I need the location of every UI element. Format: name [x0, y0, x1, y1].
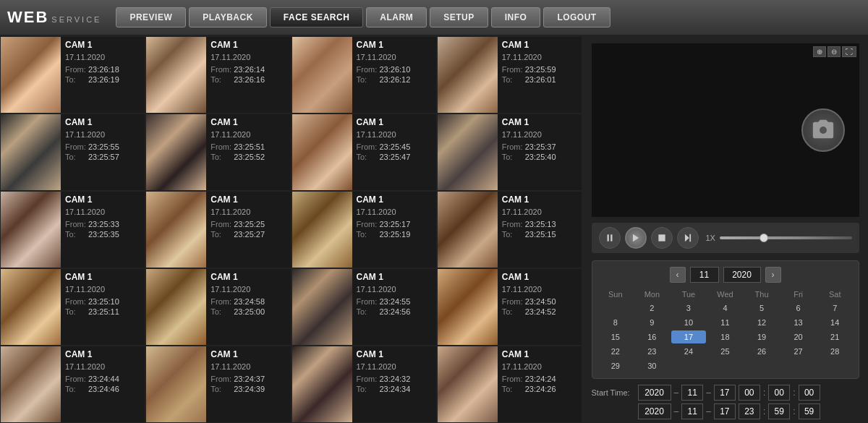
face-from-row: From: 23:24:24 [502, 375, 556, 383]
face-item[interactable]: CAM 1 17.11.2020 From: 23:25:17 To: 23:2… [292, 191, 437, 268]
fullscreen-button[interactable]: ⛶ [842, 46, 856, 57]
pause-button[interactable] [599, 227, 621, 249]
end-day-input[interactable] [714, 403, 736, 419]
calendar-day[interactable]: 2 [634, 302, 670, 315]
calendar-day[interactable]: 25 [707, 345, 743, 358]
face-item[interactable]: CAM 1 17.11.2020 From: 23:25:33 To: 23:2… [0, 191, 145, 268]
face-item[interactable]: CAM 1 17.11.2020 From: 23:25:25 To: 23:2… [145, 191, 291, 268]
calendar-day[interactable]: 10 [671, 316, 707, 329]
end-month-input[interactable] [681, 403, 703, 419]
zoom-in-button[interactable]: ⊕ [813, 46, 826, 57]
calendar-day[interactable]: 14 [817, 316, 853, 329]
face-item[interactable]: CAM 1 17.11.2020 From: 23:24:32 To: 23:2… [292, 346, 437, 423]
nav-tab-face-search[interactable]: FACE SEARCH [270, 7, 364, 27]
start-month-input[interactable] [681, 385, 703, 401]
next-button[interactable] [677, 227, 699, 249]
snapshot-button[interactable] [801, 108, 845, 152]
face-info: CAM 1 17.11.2020 From: 23:24:58 To: 23:2… [206, 269, 269, 345]
calendar-day[interactable]: 17 [671, 330, 707, 343]
face-item[interactable]: CAM 1 17.11.2020 From: 23:24:50 To: 23:2… [437, 268, 582, 346]
face-cam: CAM 1 [210, 272, 265, 282]
end-sec-input[interactable] [799, 403, 820, 419]
start-time-row: Start Time: – – : : [592, 385, 859, 401]
start-day-input[interactable] [714, 385, 736, 401]
face-info: CAM 1 17.11.2020 From: 23:26:18 To: 23:2… [61, 37, 124, 113]
nav-tab-playback[interactable]: PLAYBACK [189, 7, 267, 27]
end-hour-input[interactable] [739, 403, 760, 419]
calendar-day[interactable]: 8 [598, 316, 634, 329]
calendar-day[interactable]: 9 [634, 316, 670, 329]
nav-tab-preview[interactable]: PREVIEW [116, 7, 186, 27]
calendar-prev-button[interactable]: ‹ [670, 267, 686, 283]
calendar-day[interactable]: 19 [744, 330, 780, 343]
calendar-day[interactable]: 27 [780, 345, 816, 358]
face-date: 17.11.2020 [210, 285, 265, 294]
face-cam: CAM 1 [357, 349, 411, 359]
calendar-day[interactable]: 11 [707, 316, 743, 329]
calendar-day[interactable]: 26 [744, 345, 780, 358]
calendar-day[interactable]: 16 [634, 330, 670, 343]
calendar-day[interactable]: 24 [671, 345, 707, 358]
calendar-day[interactable]: 18 [707, 330, 743, 343]
calendar-day[interactable]: 7 [817, 302, 853, 315]
face-item[interactable]: CAM 1 17.11.2020 From: 23:24:58 To: 23:2… [145, 268, 291, 346]
face-from-row: From: 23:25:59 [502, 65, 556, 74]
face-cam: CAM 1 [502, 349, 556, 359]
face-cam: CAM 1 [65, 349, 119, 359]
nav-tab-logout[interactable]: LOGOUT [543, 7, 610, 27]
start-hour-input[interactable] [739, 385, 760, 401]
calendar-next-button[interactable]: › [765, 267, 781, 283]
calendar-day[interactable]: 3 [671, 302, 707, 315]
stop-button[interactable] [651, 227, 673, 249]
face-item[interactable]: CAM 1 17.11.2020 From: 23:25:51 To: 23:2… [145, 114, 291, 191]
face-item[interactable]: CAM 1 17.11.2020 From: 23:25:55 To: 23:2… [0, 114, 145, 191]
start-min-input[interactable] [768, 385, 790, 401]
calendar-day[interactable]: 20 [780, 330, 816, 343]
speed-slider[interactable] [720, 236, 852, 239]
calendar-year-input[interactable] [723, 267, 761, 283]
face-item[interactable]: CAM 1 17.11.2020 From: 23:24:55 To: 23:2… [292, 268, 437, 346]
face-to: 23:24:34 [380, 385, 411, 393]
calendar-day[interactable]: 21 [817, 330, 853, 343]
face-thumbnail [146, 37, 206, 114]
calendar-day[interactable]: 22 [598, 345, 634, 358]
calendar-day[interactable]: 15 [598, 330, 634, 343]
face-info: CAM 1 17.11.2020 From: 23:24:37 To: 23:2… [206, 346, 269, 422]
calendar-day[interactable]: 30 [634, 359, 670, 372]
face-to: 23:24:26 [525, 385, 556, 393]
start-year-input[interactable] [638, 385, 671, 401]
face-item[interactable]: CAM 1 17.11.2020 From: 23:25:59 To: 23:2… [437, 36, 582, 114]
face-item[interactable]: CAM 1 17.11.2020 From: 23:25:45 To: 23:2… [292, 114, 437, 191]
calendar-day[interactable]: 28 [817, 345, 853, 358]
nav-tab-info[interactable]: INFO [491, 7, 541, 27]
calendar-day[interactable]: 5 [744, 302, 780, 315]
calendar-day[interactable]: 4 [707, 302, 743, 315]
logo: WEB SERVICE [7, 8, 101, 27]
face-item[interactable]: CAM 1 17.11.2020 From: 23:24:24 To: 23:2… [437, 346, 582, 423]
calendar-day[interactable]: 6 [780, 302, 816, 315]
from-label: From: [357, 297, 377, 306]
face-item[interactable]: CAM 1 17.11.2020 From: 23:24:37 To: 23:2… [145, 346, 291, 423]
play-button[interactable] [625, 227, 647, 249]
calendar-day[interactable]: 29 [598, 359, 634, 372]
face-item[interactable]: CAM 1 17.11.2020 From: 23:25:10 To: 23:2… [0, 268, 145, 346]
face-item[interactable]: CAM 1 17.11.2020 From: 23:25:37 To: 23:2… [437, 114, 582, 191]
nav-tab-setup[interactable]: SETUP [430, 7, 488, 27]
face-item[interactable]: CAM 1 17.11.2020 From: 23:24:44 To: 23:2… [0, 346, 145, 423]
face-item[interactable]: CAM 1 17.11.2020 From: 23:25:13 To: 23:2… [437, 191, 582, 268]
zoom-out-button[interactable]: ⊖ [827, 46, 841, 57]
calendar-month-input[interactable] [690, 267, 719, 283]
nav-tab-alarm[interactable]: ALARM [366, 7, 427, 27]
face-item[interactable]: CAM 1 17.11.2020 From: 23:26:10 To: 23:2… [292, 36, 437, 114]
face-to-row: To: 23:25:15 [502, 230, 556, 239]
end-min-input[interactable] [768, 403, 790, 419]
calendar-day[interactable]: 13 [780, 316, 816, 329]
calendar-day[interactable]: 23 [634, 345, 670, 358]
face-item[interactable]: CAM 1 17.11.2020 From: 23:26:14 To: 23:2… [145, 36, 291, 114]
calendar-day[interactable]: 12 [744, 316, 780, 329]
start-sec-input[interactable] [799, 385, 820, 401]
face-cam: CAM 1 [65, 40, 119, 50]
face-item[interactable]: CAM 1 17.11.2020 From: 23:26:18 To: 23:2… [0, 36, 145, 114]
playback-controls: 1X [592, 223, 859, 253]
end-year-input[interactable] [638, 403, 671, 419]
